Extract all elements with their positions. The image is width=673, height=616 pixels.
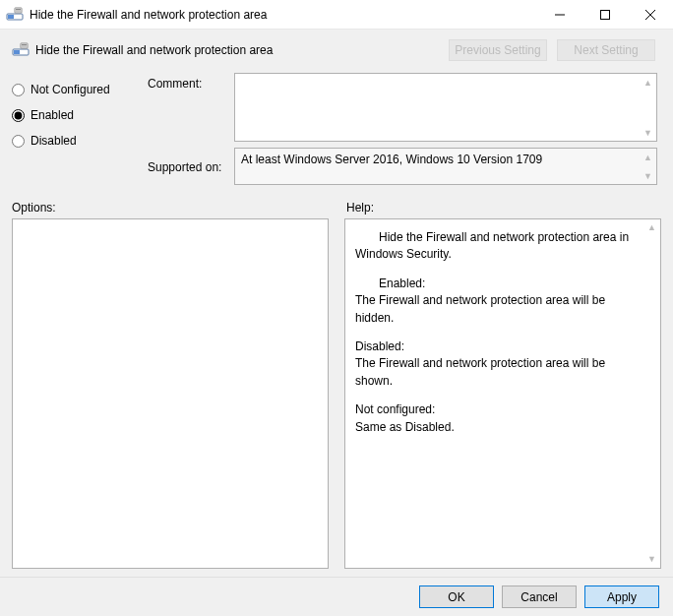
help-intro: Hide the Firewall and network protection… (355, 229, 639, 264)
policy-icon (6, 6, 24, 24)
scroll-up-icon: ▲ (640, 149, 656, 165)
help-notconfigured-heading: Not configured: (355, 402, 435, 416)
maximize-button[interactable] (582, 0, 628, 30)
policy-title: Hide the Firewall and network protection… (35, 43, 449, 57)
window-controls (537, 0, 673, 30)
help-disabled-text: The Firewall and network protection area… (355, 356, 605, 387)
state-radio-group: Not Configured Enabled Disabled (12, 73, 140, 189)
scrollbar[interactable]: ▲ ▼ (643, 219, 660, 568)
scroll-down-icon: ▼ (640, 167, 656, 184)
radio-label: Not Configured (31, 83, 110, 96)
radio-label: Disabled (31, 134, 77, 148)
panel-labels: Options: Help: (0, 189, 673, 218)
supported-on-label: Supported on: (148, 146, 226, 189)
dialog-body: Hide the Firewall and network protection… (0, 30, 673, 616)
help-disabled-heading: Disabled: (355, 339, 404, 353)
svg-line-8 (645, 10, 655, 20)
window-title: Hide the Firewall and network protection… (30, 8, 537, 22)
supported-on-field: At least Windows Server 2016, Windows 10… (234, 148, 657, 185)
cancel-button[interactable]: Cancel (502, 585, 577, 608)
supported-on-text: At least Windows Server 2016, Windows 10… (241, 153, 542, 166)
radio-not-configured[interactable]: Not Configured (12, 77, 140, 102)
svg-rect-6 (601, 10, 610, 19)
radio-label: Enabled (31, 108, 74, 122)
help-panel: Hide the Firewall and network protection… (344, 218, 661, 569)
close-button[interactable] (628, 0, 673, 30)
radio-enabled[interactable]: Enabled (12, 102, 140, 128)
scroll-up-icon: ▲ (640, 74, 656, 91)
help-label: Help: (346, 201, 661, 215)
field-values: ▲ ▼ At least Windows Server 2016, Window… (234, 73, 661, 189)
help-notconfigured-text: Same as Disabled. (355, 420, 455, 434)
header-row: Hide the Firewall and network protection… (0, 30, 673, 67)
minimize-button[interactable] (537, 0, 582, 30)
apply-button[interactable]: Apply (584, 585, 659, 608)
radio-disabled-input[interactable] (12, 135, 25, 148)
radio-not-configured-input[interactable] (12, 84, 25, 96)
help-enabled-heading: Enabled: (355, 276, 639, 292)
scrollbar[interactable]: ▲ ▼ (640, 74, 656, 141)
svg-line-7 (645, 10, 655, 20)
panels-row: Hide the Firewall and network protection… (0, 218, 673, 577)
svg-rect-1 (8, 15, 14, 19)
comment-label: Comment: (148, 77, 226, 146)
dialog-footer: OK Cancel Apply (0, 577, 673, 616)
policy-icon (12, 41, 30, 59)
radio-enabled-input[interactable] (12, 109, 25, 122)
scrollbar: ▲ ▼ (640, 149, 656, 184)
scroll-down-icon: ▼ (643, 551, 660, 568)
scroll-down-icon: ▼ (640, 124, 656, 141)
config-row: Not Configured Enabled Disabled Comment:… (0, 67, 673, 189)
previous-setting-button[interactable]: Previous Setting (449, 39, 547, 61)
svg-rect-10 (14, 50, 20, 54)
options-panel (12, 218, 329, 569)
scroll-up-icon: ▲ (643, 219, 660, 236)
options-label: Options: (12, 201, 327, 215)
help-enabled-text: The Firewall and network protection area… (355, 293, 605, 324)
comment-input[interactable]: ▲ ▼ (234, 73, 657, 142)
title-bar: Hide the Firewall and network protection… (0, 0, 673, 30)
radio-disabled[interactable]: Disabled (12, 128, 140, 154)
field-labels: Comment: Supported on: (148, 73, 226, 189)
ok-button[interactable]: OK (419, 585, 494, 608)
window: Hide the Firewall and network protection… (0, 0, 673, 616)
next-setting-button[interactable]: Next Setting (557, 39, 655, 61)
